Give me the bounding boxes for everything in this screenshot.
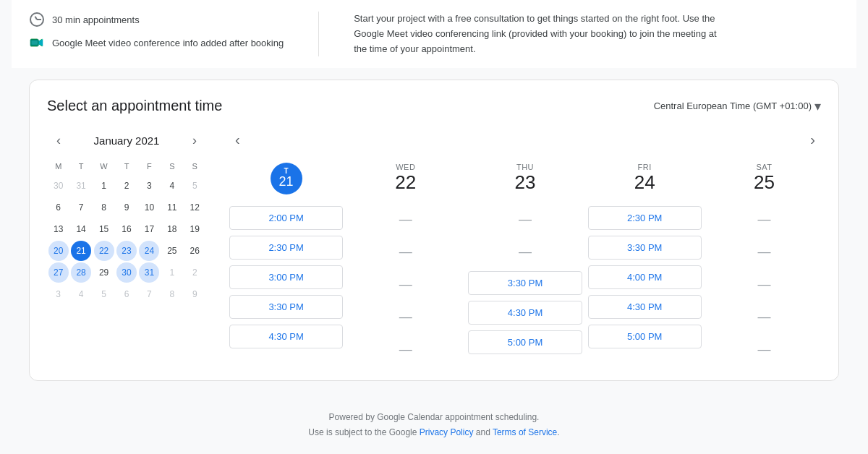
cal-day[interactable]: 17 — [139, 219, 159, 239]
cal-day[interactable]: 13 — [48, 219, 69, 239]
cal-day[interactable]: 11 — [162, 197, 182, 218]
day-header-21: T 21 — [271, 163, 302, 194]
cal-day[interactable]: 6 — [116, 284, 137, 304]
cal-day[interactable]: 5 — [184, 176, 205, 196]
cal-day[interactable]: 25 — [162, 241, 182, 261]
tos-link[interactable]: Terms of Service — [493, 427, 557, 437]
time-slot-button[interactable]: 2:30 PM — [588, 206, 702, 230]
privacy-policy-link[interactable]: Privacy Policy — [420, 427, 474, 437]
cal-day[interactable]: 1 — [94, 176, 114, 196]
cal-day[interactable]: 30 — [116, 262, 137, 283]
cal-day[interactable]: 15 — [94, 219, 114, 239]
top-info-bar: 30 min appointments Google Meet vi — [12, 0, 856, 68]
cal-day[interactable]: 2 — [116, 176, 137, 196]
cal-day[interactable]: 9 — [116, 197, 137, 218]
time-slot-button[interactable]: 4:30 PM — [229, 325, 343, 348]
cal-day[interactable]: 7 — [71, 197, 91, 218]
cal-day[interactable]: 22 — [94, 241, 114, 261]
slot-empty: — — [707, 336, 821, 363]
appointment-card: Select an appointment time Central Europ… — [29, 80, 839, 380]
cal-day[interactable]: 8 — [94, 197, 114, 218]
time-slot-button[interactable]: 5:00 PM — [468, 330, 582, 354]
slots-prev-button[interactable]: ‹ — [229, 129, 246, 151]
mini-calendar: ‹ January 2021 › M T W T F S S — [47, 129, 206, 305]
cal-day[interactable]: 4 — [162, 176, 182, 196]
footer-and-text: and — [473, 427, 492, 437]
timezone-selector[interactable]: Central European Time (GMT +01:00) ▾ — [654, 98, 821, 114]
cal-day[interactable]: 18 — [162, 219, 182, 239]
cal-day[interactable]: 2 — [184, 262, 205, 283]
footer-period: . — [557, 427, 559, 437]
slot-empty: — — [349, 336, 462, 363]
day-num: 22 — [395, 171, 416, 194]
time-slot-button[interactable]: 2:30 PM — [229, 236, 343, 260]
card-title: Select an appointment time — [47, 98, 222, 114]
cal-day[interactable]: 28 — [71, 262, 91, 283]
calendar-week: 6 7 8 9 10 11 12 — [47, 197, 206, 218]
gmeet-icon — [29, 35, 45, 51]
calendar-header: ‹ January 2021 › — [47, 129, 206, 152]
cal-day[interactable]: 5 — [94, 284, 114, 304]
cal-day[interactable]: 1 — [162, 262, 182, 283]
svg-marker-5 — [39, 39, 43, 46]
time-slot-button[interactable]: 3:00 PM — [229, 265, 343, 289]
cal-day[interactable]: 9 — [184, 284, 205, 304]
slots-columns: T 21 2:00 PM 2:30 PM 3:00 PM 3:30 PM 4:3… — [229, 163, 821, 362]
time-slot-button[interactable]: 3:30 PM — [588, 236, 702, 260]
cal-day[interactable]: 3 — [139, 176, 159, 196]
day-num: 24 — [634, 171, 655, 194]
footer: Powered by Google Calendar appointment s… — [12, 393, 856, 453]
time-slot-button[interactable]: 4:00 PM — [588, 265, 702, 289]
cal-day[interactable]: 3 — [48, 284, 69, 304]
slot-empty: — — [707, 271, 821, 298]
day-of-week-row: M T W T F S S — [47, 160, 206, 172]
gmeet-info: Google Meet video conference info added … — [29, 35, 284, 51]
cal-day[interactable]: 10 — [139, 197, 159, 218]
time-slot-button[interactable]: 4:30 PM — [468, 301, 582, 325]
cal-next-button[interactable]: › — [183, 129, 206, 152]
calendar-week: 3 4 5 6 7 8 9 — [47, 283, 206, 305]
slot-empty: — — [707, 206, 821, 233]
day-num: 25 — [754, 171, 775, 194]
description-text: Start your project with a free consultat… — [354, 12, 730, 56]
cal-day[interactable]: 14 — [71, 219, 91, 239]
cal-day[interactable]: 31 — [71, 176, 91, 196]
cal-day[interactable]: 7 — [139, 284, 159, 304]
cal-day[interactable]: 31 — [139, 262, 159, 283]
cal-day-today[interactable]: 21 — [71, 241, 91, 261]
day-column-23: THU 23 — — 3:30 PM 4:30 PM 5:00 PM — [468, 163, 582, 354]
cal-day[interactable]: 29 — [94, 262, 114, 283]
day-label: WED — [395, 163, 416, 171]
slot-empty: — — [468, 206, 582, 233]
time-slot-button[interactable]: 2:00 PM — [229, 206, 343, 230]
cal-day[interactable]: 27 — [48, 262, 69, 283]
cal-day[interactable]: 16 — [116, 219, 137, 239]
time-slot-button[interactable]: 3:30 PM — [229, 295, 343, 319]
slot-empty: — — [468, 239, 582, 265]
cal-prev-button[interactable]: ‹ — [47, 129, 70, 152]
cal-day[interactable]: 20 — [48, 241, 69, 261]
footer-policy-line: Use is subject to the Google Privacy Pol… — [23, 425, 845, 441]
cal-day[interactable]: 4 — [71, 284, 91, 304]
day-column-21: T 21 2:00 PM 2:30 PM 3:00 PM 3:30 PM 4:3… — [229, 163, 343, 348]
time-slot-button[interactable]: 5:00 PM — [588, 325, 702, 348]
day-header-24: FRI 24 — [634, 163, 655, 194]
cal-day[interactable]: 26 — [184, 241, 205, 261]
gmeet-label: Google Meet video conference info added … — [52, 38, 284, 48]
cal-day[interactable]: 23 — [116, 241, 137, 261]
slot-empty: — — [349, 271, 462, 298]
time-slot-button[interactable]: 3:30 PM — [468, 271, 582, 295]
cal-day[interactable]: 6 — [48, 197, 69, 218]
time-slot-button[interactable]: 4:30 PM — [588, 295, 702, 319]
slot-empty: — — [349, 206, 462, 233]
cal-day[interactable]: 12 — [184, 197, 205, 218]
slot-empty: — — [707, 304, 821, 330]
day-header-22: WED 22 — [395, 163, 416, 194]
cal-day[interactable]: 30 — [48, 176, 69, 196]
slots-next-button[interactable]: › — [804, 129, 821, 151]
calendar-week: 30 31 1 2 3 4 5 — [47, 175, 206, 197]
cal-day[interactable]: 24 — [139, 241, 159, 261]
cal-day[interactable]: 8 — [162, 284, 182, 304]
day-header-25: SAT 25 — [754, 163, 775, 194]
cal-day[interactable]: 19 — [184, 219, 205, 239]
